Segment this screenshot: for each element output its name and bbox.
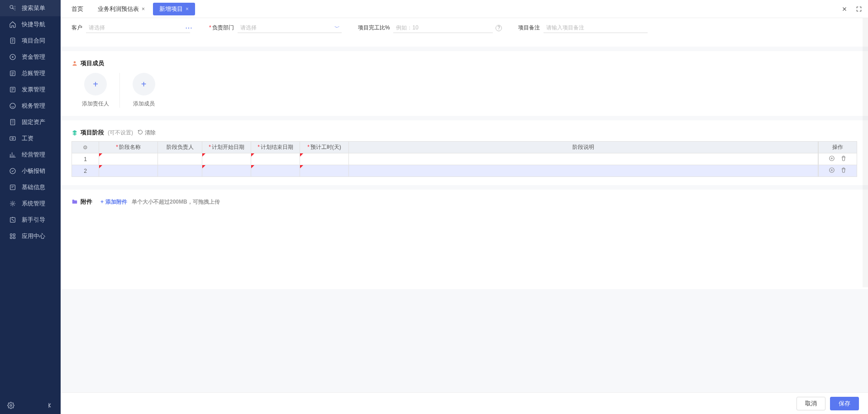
add-row-icon[interactable]	[829, 167, 835, 175]
svg-rect-10	[10, 185, 15, 190]
tab-2[interactable]: 新增项目×	[153, 3, 195, 15]
add-row-icon[interactable]	[829, 155, 835, 163]
dept-select[interactable]	[238, 23, 342, 33]
svg-rect-13	[10, 234, 12, 236]
cell-name[interactable]	[99, 153, 158, 165]
close-icon[interactable]: ×	[186, 6, 189, 12]
table-row[interactable]: 2	[72, 165, 818, 177]
sidebar-item-5[interactable]: 发票管理	[0, 81, 61, 98]
cell-desc[interactable]	[349, 165, 818, 177]
sidebar-item-9[interactable]: 经营管理	[0, 147, 61, 163]
apps-icon	[9, 233, 16, 240]
svg-point-0	[10, 5, 13, 9]
table-row-ops	[819, 165, 857, 177]
tab-0[interactable]: 首页	[65, 3, 90, 15]
sidebar-item-13[interactable]: 新手引导	[0, 212, 61, 228]
reimburse-icon	[9, 167, 16, 175]
tax-icon	[9, 102, 16, 109]
sidebar-item-10[interactable]: 小畅报销	[0, 163, 61, 179]
col-ops: 操作	[832, 144, 843, 150]
close-icon[interactable]: ×	[142, 6, 145, 12]
sidebar-item-label: 新手引导	[22, 216, 45, 224]
add-owner-button[interactable]: +	[84, 73, 107, 95]
sidebar-item-6[interactable]: 税务管理	[0, 98, 61, 114]
sidebar-item-0[interactable]: 搜索菜单	[0, 0, 61, 16]
cell-owner[interactable]	[158, 153, 202, 165]
main: 首页业务利润预估表×新增项目× 客户	[61, 0, 868, 414]
sidebar-item-12[interactable]: 系统管理	[0, 195, 61, 212]
sidebar-item-11[interactable]: 基础信息	[0, 179, 61, 195]
col-days: 预计工时(天)	[307, 144, 341, 150]
svg-rect-14	[13, 234, 15, 236]
folder-icon	[72, 199, 78, 205]
sidebar-item-label: 快捷导航	[22, 20, 45, 29]
search-list-icon	[9, 5, 16, 12]
progress-input[interactable]	[393, 23, 493, 33]
sidebar-item-1[interactable]: 快捷导航	[0, 16, 61, 33]
tab-1[interactable]: 业务利润预估表×	[91, 3, 151, 15]
invoice-icon	[9, 86, 16, 93]
help-icon[interactable]: ?	[496, 25, 502, 31]
customer-field: 客户 ···	[72, 23, 193, 33]
layers-icon	[72, 129, 78, 136]
dept-field: 负责部门 ﹀	[209, 23, 342, 33]
salary-icon	[9, 135, 16, 142]
phases-title: 项目阶段	[81, 128, 104, 137]
gear-icon[interactable]: ⚙	[83, 144, 88, 151]
svg-rect-7	[10, 137, 15, 140]
phase-table: ⚙ 阶段名称 阶段负责人 计划开始日期 计划结束日期 预计工时(天) 阶段说明 …	[72, 141, 857, 177]
delete-row-icon[interactable]	[840, 155, 847, 163]
close-all-icon[interactable]	[840, 5, 849, 14]
remark-input[interactable]	[544, 23, 648, 33]
sidebar-item-label: 项目合同	[22, 37, 45, 45]
cell-start[interactable]	[202, 165, 251, 177]
cell-owner[interactable]	[158, 165, 202, 177]
cell-end[interactable]	[251, 165, 300, 177]
cell-end[interactable]	[251, 153, 300, 165]
save-button[interactable]: 保存	[830, 397, 859, 410]
cell-days[interactable]	[300, 153, 349, 165]
sidebar-item-label: 经营管理	[22, 151, 45, 159]
phases-sub: (可不设置)	[108, 129, 133, 137]
sidebar-item-7[interactable]: 固定资产	[0, 114, 61, 130]
sidebar-item-label: 系统管理	[22, 200, 45, 208]
progress-label: 项目完工比%	[358, 24, 390, 32]
sidebar-item-label: 资金管理	[22, 53, 45, 61]
phases-clear-button[interactable]: 清除	[138, 129, 156, 137]
cell-name[interactable]	[99, 165, 158, 177]
fullscreen-icon[interactable]	[854, 5, 863, 14]
tab-label: 新增项目	[159, 5, 183, 13]
add-owner-label: 添加责任人	[82, 100, 109, 108]
remark-field: 项目备注	[518, 23, 648, 33]
sidebar-item-label: 工资	[22, 134, 33, 143]
cancel-button[interactable]: 取消	[796, 397, 825, 410]
scrollbar[interactable]	[863, 18, 868, 287]
building-icon	[9, 119, 16, 126]
collapse-icon[interactable]	[46, 402, 53, 410]
settings-icon[interactable]	[7, 402, 14, 410]
sidebar-item-8[interactable]: 工资	[0, 130, 61, 147]
table-row[interactable]: 1	[72, 153, 818, 165]
sidebar-item-14[interactable]: 应用中心	[0, 228, 61, 244]
sidebar-item-3[interactable]: 资金管理	[0, 49, 61, 65]
cell-days[interactable]	[300, 165, 349, 177]
sidebar-item-2[interactable]: 项目合同	[0, 33, 61, 49]
phases-panel: 项目阶段 (可不设置) 清除	[61, 120, 868, 185]
svg-rect-6	[10, 119, 14, 125]
cell-desc[interactable]	[349, 153, 818, 165]
customer-input[interactable]	[86, 23, 190, 33]
add-member-button[interactable]: +	[133, 73, 155, 95]
svg-point-8	[12, 138, 13, 139]
attachments-panel: 附件 添加附件 单个大小不超过200MB，可拖拽上传	[61, 190, 868, 289]
svg-rect-16	[13, 237, 15, 238]
cell-start[interactable]	[202, 153, 251, 165]
info-icon	[9, 184, 16, 191]
add-attachment-button[interactable]: 添加附件	[100, 198, 127, 206]
content: 客户 ··· 负责部门 ﹀ 项目完工比%	[61, 18, 868, 414]
footer: 取消 保存	[61, 392, 868, 414]
sidebar-item-4[interactable]: 总账管理	[0, 65, 61, 81]
col-desc: 阶段说明	[572, 144, 594, 150]
customer-label: 客户	[72, 24, 82, 32]
delete-row-icon[interactable]	[840, 167, 847, 175]
attachments-title: 附件	[81, 198, 92, 206]
